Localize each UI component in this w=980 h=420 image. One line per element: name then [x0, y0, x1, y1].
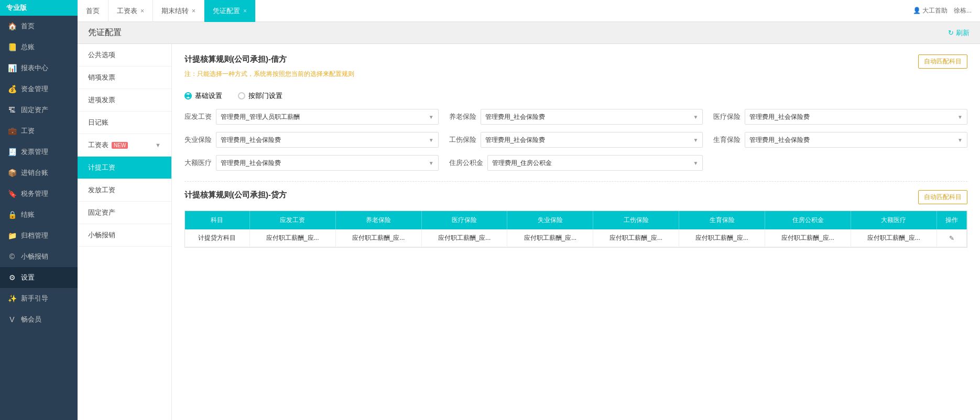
yiliao-chevron: ▼: [957, 114, 963, 120]
shengyu-select[interactable]: 管理费用_社会保险费 ▼: [745, 132, 967, 148]
vip-icon: V: [7, 315, 17, 324]
sidebar-item-inventory[interactable]: 📦 进销台账: [0, 162, 78, 183]
col-yanglao: 养老保险: [335, 211, 421, 229]
sidebar-item-invoice-label: 发票管理: [21, 147, 48, 157]
sidebar-item-archive-label: 归档管理: [21, 231, 48, 240]
tab-salary-table[interactable]: 工资表 ×: [108, 0, 153, 22]
daeliao-select[interactable]: 管理费用_社会保险费 ▼: [216, 155, 439, 171]
credit-auto-match-button[interactable]: 自动匹配科目: [918, 190, 967, 204]
row-action[interactable]: ✎: [937, 229, 966, 247]
sidebar-item-vip-label: 畅会员: [21, 315, 41, 324]
sidebar-item-archive[interactable]: 📁 归档管理: [0, 225, 78, 246]
debit-field-yanglao: 养老保险 管理费用_社会保险费 ▼: [449, 109, 703, 125]
shiye-select[interactable]: 管理费用_社会保险费 ▼: [216, 132, 439, 148]
debit-section-title: 计提核算规则(公司承担)-借方: [184, 54, 354, 64]
daeliao-label: 大额医疗: [184, 158, 212, 168]
yiliao-value: 管理费用_社会保险费: [749, 113, 957, 121]
col-gongshang: 工伤保险: [593, 211, 679, 229]
nav-item-salary-table[interactable]: 工资表 NEW ▼: [78, 134, 171, 157]
tab-home[interactable]: 首页: [78, 0, 108, 22]
edit-icon[interactable]: ✎: [949, 235, 954, 242]
row-col6: 应付职工薪酬_应...: [679, 229, 765, 247]
reports-icon: 📊: [7, 64, 17, 72]
shiye-label: 失业保险: [184, 135, 212, 145]
close-acc-icon: 🔒: [7, 211, 17, 219]
row-col2: 应付职工薪酬_应...: [335, 229, 421, 247]
settings-icon: ⚙: [7, 273, 17, 282]
yanglao-select[interactable]: 管理费用_社会保险费 ▼: [481, 109, 703, 125]
tab-voucher-close[interactable]: ×: [243, 7, 247, 15]
col-yiliao: 医疗保险: [421, 211, 507, 229]
shengyu-label: 生育保险: [713, 135, 741, 145]
topbar: 首页 工资表 × 期末结转 × 凭证配置 × 👤 大工首助 徐栋...: [78, 0, 980, 22]
sidebar-item-vip[interactable]: V 畅会员: [0, 309, 78, 330]
sidebar-item-home[interactable]: 🏠 首页: [0, 16, 78, 37]
zhufang-value: 管理费用_住房公积金: [492, 159, 693, 168]
nav-item-pay-salary[interactable]: 发放工资: [78, 179, 171, 202]
yingfa-select[interactable]: 管理费用_管理人员职工薪酬 ▼: [216, 109, 439, 125]
nav-item-xiaochang[interactable]: 小畅报销: [78, 224, 171, 247]
sidebar-item-assets[interactable]: 🏗 固定资产: [0, 100, 78, 120]
sidebar-item-guide[interactable]: ✨ 新手引导: [0, 288, 78, 309]
sidebar-item-salary[interactable]: 💼 工资: [0, 120, 78, 141]
radio-dept[interactable]: 按部门设置: [238, 91, 282, 101]
daeliao-value: 管理费用_社会保险费: [221, 159, 429, 168]
sidebar-item-settings[interactable]: ⚙ 设置: [0, 267, 78, 288]
row-subject: 计提贷方科目: [185, 229, 249, 247]
radio-basic[interactable]: 基础设置: [184, 91, 222, 101]
tab-period-close-btn[interactable]: ×: [192, 7, 195, 15]
debit-field-empty: [713, 155, 967, 171]
nav-item-journal[interactable]: 日记账: [78, 112, 171, 134]
credit-table-container: 科目 应发工资 养老保险 医疗保险 失业保险 工伤保险 生育保险 住房公积金 大…: [184, 211, 967, 248]
new-badge: NEW: [112, 142, 128, 149]
nav-item-cancel-invoice[interactable]: 销项发票: [78, 67, 171, 89]
yingfa-chevron: ▼: [429, 114, 434, 120]
yanglao-value: 管理费用_社会保险费: [485, 113, 693, 121]
shengyu-value: 管理费用_社会保险费: [749, 136, 957, 145]
debit-field-daeliao: 大额医疗 管理费用_社会保险费 ▼: [184, 155, 439, 171]
yiliao-label: 医疗保险: [713, 112, 741, 121]
sidebar-item-close[interactable]: 🔒 结账: [0, 204, 78, 225]
refresh-button[interactable]: ↻ 刷新: [948, 28, 970, 38]
row-col7: 应付职工薪酬_应...: [765, 229, 851, 247]
tab-voucher-config[interactable]: 凭证配置 ×: [204, 0, 256, 22]
col-shiye: 失业保险: [507, 211, 593, 229]
yingfa-label: 应发工资: [184, 112, 212, 121]
sidebar-item-funds-label: 资金管理: [21, 84, 48, 94]
sidebar-item-invoice[interactable]: 🧾 发票管理: [0, 141, 78, 162]
gongshang-select[interactable]: 管理费用_社会保险费 ▼: [481, 132, 703, 148]
right-content: 计提核算规则(公司承担)-借方 注：只能选择一种方式，系统将按照您当前的选择来配…: [172, 44, 980, 420]
row-col4: 应付职工薪酬_应...: [507, 229, 593, 247]
debit-auto-match-button[interactable]: 自动匹配科目: [918, 54, 967, 69]
debit-radio-group: 基础设置 按部门设置: [184, 91, 967, 101]
nav-item-public[interactable]: 公共选项: [78, 44, 171, 67]
sidebar-item-reports[interactable]: 📊 报表中心: [0, 58, 78, 79]
sidebar-item-ledger[interactable]: 📒 总账: [0, 37, 78, 58]
refresh-label: 刷新: [956, 28, 970, 38]
tab-salary-close[interactable]: ×: [140, 7, 144, 15]
credit-section: 计提核算规则(公司承担)-贷方 自动匹配科目 科目 应发工资 养老保险 医疗保险…: [184, 190, 967, 248]
debit-field-yiliao: 医疗保险 管理费用_社会保险费 ▼: [713, 109, 967, 125]
tab-period-close[interactable]: 期末结转 ×: [153, 0, 204, 22]
assets-icon: 🏗: [7, 106, 17, 114]
sidebar: 专业版 🏠 首页 📒 总账 📊 报表中心 💰 资金管理 🏗 固定资产 💼 工资 …: [0, 0, 78, 420]
zhufang-select[interactable]: 管理费用_住房公积金 ▼: [487, 155, 703, 171]
sidebar-item-assets-label: 固定资产: [21, 105, 48, 115]
nav-item-calc-salary[interactable]: 计提工资: [78, 157, 171, 179]
sidebar-item-xiaochang-expense[interactable]: © 小畅报销: [0, 246, 78, 267]
sidebar-item-funds[interactable]: 💰 资金管理: [0, 79, 78, 100]
sidebar-item-tax[interactable]: 🔖 税务管理: [0, 183, 78, 204]
expand-icon: ▼: [155, 142, 161, 148]
daeliao-chevron: ▼: [429, 160, 434, 166]
shiye-value: 管理费用_社会保险费: [221, 136, 429, 145]
nav-item-progress-invoice[interactable]: 进项发票: [78, 89, 171, 112]
row-col1: 应付职工薪酬_应...: [249, 229, 335, 247]
nav-item-fixed-assets[interactable]: 固定资产: [78, 202, 171, 224]
sidebar-item-settings-label: 设置: [21, 273, 35, 282]
page-header: 凭证配置 ↻ 刷新: [78, 22, 980, 44]
user-name: 徐栋...: [954, 6, 972, 15]
shengyu-chevron: ▼: [957, 137, 963, 143]
invoice-icon: 🧾: [7, 148, 17, 156]
sidebar-header: 专业版: [0, 0, 78, 16]
yiliao-select[interactable]: 管理费用_社会保险费 ▼: [745, 109, 967, 125]
